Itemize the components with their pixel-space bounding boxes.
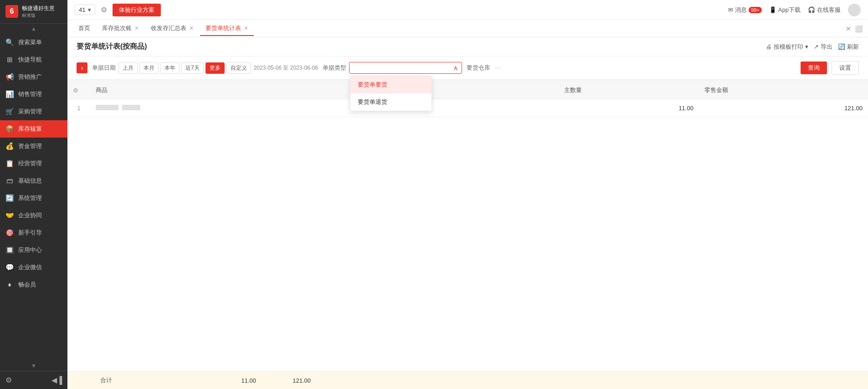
wechat-icon: 💬 [5, 263, 14, 271]
date-btn-prev[interactable]: 上月 [118, 62, 138, 74]
tab-order-stat[interactable]: 要货单统计表 ✕ [200, 21, 254, 36]
print-chevron-icon: ▾ [805, 43, 808, 50]
sidebar-item-quick-nav[interactable]: ⊞ 快捷导航 [0, 51, 67, 68]
industry-btn[interactable]: 体验行业方案 [113, 4, 161, 16]
sidebar-item-operation[interactable]: 📋 经营管理 [0, 155, 67, 172]
row-amount: 121.00 [699, 99, 868, 117]
doc-type-dropdown-menu: 要货单要货 要货单退货 [350, 76, 432, 111]
tab-home[interactable]: 首页 [73, 21, 96, 36]
th-amount: 零售金额 [699, 82, 868, 99]
dropdown-item-order-goods[interactable]: 要货单要货 [350, 76, 431, 93]
online-service-btn[interactable]: 🎧 在线客服 [808, 6, 841, 14]
search-menu[interactable]: 🔍 搜索菜单 [0, 34, 67, 51]
system-icon: 🔄 [5, 194, 14, 202]
date-label: 单据日期 [92, 64, 116, 72]
tabs-bar: 首页 库存批次账 ✕ 收发存汇总表 ✕ 要货单统计表 ✕ ✕ ⬜ [67, 20, 868, 37]
print-btn[interactable]: 🖨 按模板打印 ▾ [766, 43, 808, 51]
sidebar-item-wechat[interactable]: 💬 企业微信 [0, 259, 67, 276]
column-settings-icon[interactable]: ⚙ [73, 87, 78, 94]
doc-type-input[interactable] [349, 63, 450, 73]
row-qty: 11.00 [559, 99, 699, 117]
sidebar-item-app-center[interactable]: 🔲 应用中心 [0, 241, 67, 259]
logo-icon: 6 [5, 5, 18, 18]
member-icon: ♦ [5, 281, 14, 288]
footer-qty: 11.00 [212, 377, 267, 384]
page-actions: 🖨 按模板打印 ▾ ↗ 导出 🔄 刷新 [766, 43, 859, 51]
enterprise-icon: 🤝 [5, 211, 14, 220]
sidebar-scroll-up[interactable]: ▲ [0, 24, 67, 34]
sidebar-collapse-icon[interactable]: ◀▐ [51, 376, 62, 384]
export-btn[interactable]: ↗ 导出 [814, 43, 832, 51]
footer-amount: 121.00 [267, 377, 322, 384]
sidebar-item-inventory[interactable]: 📦 库存核算 [0, 120, 67, 138]
query-btn[interactable]: 查询 [801, 61, 827, 74]
export-icon: ↗ [814, 43, 819, 50]
topbar-gear-icon[interactable]: ⚙ [101, 5, 107, 14]
tab-close-order-stat[interactable]: ✕ [244, 25, 248, 31]
doc-type-chevron-icon[interactable]: ∧ [450, 62, 462, 73]
app-logo: 6 畅捷通好生意 标准版 [0, 0, 67, 24]
tabs-right: ✕ ⬜ [846, 25, 863, 32]
warehouse-dots-icon[interactable]: ··· [493, 64, 503, 72]
dropdown-item-order-return[interactable]: 要货单退货 [350, 93, 431, 111]
tab-stock-batch[interactable]: 库存批次账 ✕ [97, 21, 144, 36]
app-download-btn[interactable]: 📱 App下载 [769, 6, 801, 14]
filter-toggle-btn[interactable]: › [77, 62, 87, 73]
sidebar: 6 畅捷通好生意 标准版 ▲ 🔍 搜索菜单 ⊞ 快捷导航 📢 营销推广 📊 销售… [0, 0, 67, 389]
row-goods [90, 99, 361, 117]
topbar: 41 ▾ ⚙ 体验行业方案 ✉ 消息 99+ 📱 App下载 🎧 在线客服 [67, 0, 868, 20]
th-qty: 主数量 [559, 82, 699, 99]
set-btn[interactable]: 设置 [832, 61, 859, 75]
tab-close-recv-summary[interactable]: ✕ [189, 25, 194, 31]
date-btn-curr[interactable]: 本月 [139, 62, 159, 74]
date-btn-week7[interactable]: 近7天 [181, 62, 204, 74]
app-version: 标准版 [22, 12, 55, 19]
date-btn-year[interactable]: 本年 [160, 62, 180, 74]
filter-section: › 单据日期 上月 本月 本年 近7天 更多 自定义 2023-05-06 至 … [67, 56, 868, 80]
th-goods: 商品 [90, 82, 361, 99]
marketing-icon: 📢 [5, 73, 14, 81]
sidebar-settings-icon[interactable]: ⚙ [5, 376, 12, 384]
messages-badge: 99+ [749, 7, 762, 13]
user-avatar[interactable] [848, 4, 861, 16]
topbar-right: ✉ 消息 99+ 📱 App下载 🎧 在线客服 [728, 4, 861, 16]
sidebar-item-system[interactable]: 🔄 系统管理 [0, 189, 67, 207]
footer-label: 合计 [73, 376, 112, 384]
message-icon: ✉ [728, 6, 733, 13]
page-content: 要货单统计表(按商品) 🖨 按模板打印 ▾ ↗ 导出 🔄 刷新 › [67, 37, 868, 389]
quick-nav-icon: ⊞ [5, 56, 14, 64]
headset-icon: 🎧 [808, 6, 815, 13]
app-name: 畅捷通好生意 [22, 5, 55, 12]
tab-close-stock-batch[interactable]: ✕ [134, 25, 139, 31]
goods-placeholder-1 [96, 105, 118, 110]
date-btn-more[interactable]: 更多 [205, 62, 225, 74]
operation-icon: 📋 [5, 159, 14, 168]
messages-btn[interactable]: ✉ 消息 99+ [728, 6, 762, 14]
sales-icon: 📊 [5, 90, 14, 98]
tab-close-all-icon[interactable]: ✕ [846, 25, 851, 32]
sidebar-item-sales[interactable]: 📊 销售管理 [0, 86, 67, 103]
sidebar-item-enterprise[interactable]: 🤝 企业协同 [0, 207, 67, 224]
store-selector[interactable]: 41 ▾ [75, 5, 95, 15]
topbar-left: 41 ▾ ⚙ 体验行业方案 [75, 4, 161, 16]
table-row: 1 块 11.00 121.00 [67, 99, 868, 117]
messages-label: 消息 [735, 6, 747, 14]
warehouse-filter-group: 要货仓库 ··· [467, 64, 503, 72]
sidebar-item-guide[interactable]: 🎯 新手引导 [0, 224, 67, 241]
sidebar-item-finance[interactable]: 💰 资金管理 [0, 138, 67, 155]
sidebar-item-basic-info[interactable]: 🗃 基础信息 [0, 172, 67, 189]
sidebar-item-member[interactable]: ♦ 畅会员 [0, 276, 67, 293]
doc-type-dropdown: 要货单要货 要货单退货 [350, 76, 432, 111]
sidebar-item-purchase[interactable]: 🛒 采购管理 [0, 103, 67, 120]
sidebar-item-marketing[interactable]: 📢 营销推广 [0, 68, 67, 86]
tab-expand-icon[interactable]: ⬜ [855, 25, 863, 32]
finance-icon: 💰 [5, 142, 14, 150]
refresh-btn[interactable]: 🔄 刷新 [838, 43, 859, 51]
sidebar-bottom: ⚙ ◀▐ [0, 371, 67, 389]
purchase-icon: 🛒 [5, 107, 14, 116]
date-btn-custom[interactable]: 自定义 [226, 62, 251, 74]
refresh-icon: 🔄 [838, 43, 845, 50]
tab-recv-summary[interactable]: 收发存汇总表 ✕ [145, 21, 199, 36]
print-icon: 🖨 [766, 43, 772, 50]
sidebar-scroll-down[interactable]: ▼ [0, 361, 67, 371]
